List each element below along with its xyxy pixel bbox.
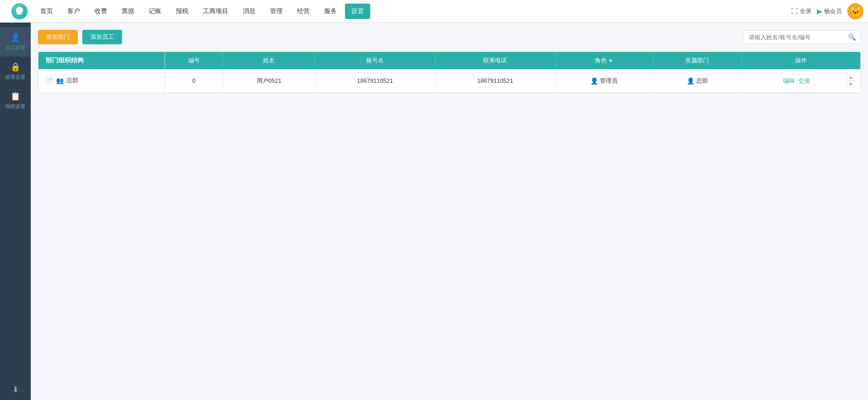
nav-item-工商项目[interactable]: 工商项目	[197, 4, 235, 19]
search-box: 🔍	[744, 30, 861, 44]
col-name: 姓名	[223, 52, 315, 69]
sidebar-download-button[interactable]: ⬇	[0, 379, 31, 400]
nav-item-收费[interactable]: 收费	[88, 4, 113, 19]
search-input[interactable]	[744, 31, 844, 43]
cell-action: 编辑 交接 ▲ ▼	[741, 69, 860, 93]
tax-icon: 📋	[10, 91, 20, 101]
table-header-row: 编号 姓名 账号名 联系电话 角色 ▼ 所属部门 操作	[165, 52, 860, 69]
employee-table: 编号 姓名 账号名 联系电话 角色 ▼ 所属部门 操作 0	[165, 52, 860, 93]
lock-icon: 🔒	[10, 62, 20, 72]
cell-dept: 👤 总部	[653, 69, 741, 93]
nav-right: ⛶ 全屏 ▶ 畅会员 🐱	[791, 3, 863, 19]
sidebar: 👤 员工设置 🔒 权限设置 📋 报税设置 ⬇	[0, 23, 31, 400]
left-panel: 部门组织结构 📄 👥 总部	[38, 52, 165, 93]
role-label: 管理员	[600, 77, 618, 85]
transfer-link[interactable]: 交接	[798, 77, 810, 85]
content-area: 部门组织结构 📄 👥 总部 编号 姓名 账号名 联系电话	[38, 52, 861, 93]
dept-icon: 📄	[46, 77, 53, 84]
toolbar: 添加部门 添加员工 🔍	[38, 30, 861, 44]
col-id: 编号	[165, 52, 223, 69]
download-icon: ⬇	[12, 385, 19, 395]
col-phone: 联系电话	[435, 52, 555, 69]
table-row: 0 用户0521 18679110521 18679110521 👤 管理员	[165, 69, 860, 93]
right-panel: 编号 姓名 账号名 联系电话 角色 ▼ 所属部门 操作 0	[165, 52, 860, 93]
nav-item-设置[interactable]: 设置	[345, 4, 370, 19]
cell-name: 用户0521	[223, 69, 315, 93]
nav-item-消息[interactable]: 消息	[236, 4, 262, 19]
scroll-up-button[interactable]: ▲	[847, 74, 855, 81]
panel-header: 部门组织结构	[38, 52, 165, 69]
cell-phone: 18679110521	[435, 69, 555, 93]
table-body: 0 用户0521 18679110521 18679110521 👤 管理员	[165, 69, 860, 93]
sidebar-item-employee[interactable]: 👤 员工设置	[0, 27, 31, 56]
add-dept-button[interactable]: 添加部门	[38, 30, 78, 44]
tree-item-headquarters[interactable]: 📄 👥 总部	[46, 75, 157, 86]
nav-item-经营[interactable]: 经营	[291, 4, 316, 19]
dept-person-icon: 👤	[687, 77, 694, 85]
sidebar-item-permission[interactable]: 🔒 权限设置	[0, 56, 31, 86]
col-account: 账号名	[315, 52, 435, 69]
dept-label: 总部	[66, 76, 78, 85]
logo-icon	[11, 3, 28, 19]
employee-icon: 👤	[10, 33, 20, 42]
fullscreen-button[interactable]: ⛶ 全屏	[791, 7, 811, 15]
edit-link[interactable]: 编辑	[783, 77, 795, 85]
dept-value: 总部	[696, 77, 708, 85]
nav-item-客户[interactable]: 客户	[61, 4, 86, 19]
avatar[interactable]: 🐱	[847, 3, 863, 19]
role-filter-icon: ▼	[609, 58, 613, 63]
top-nav: 首页客户收费票据记账报税工商项目消息管理经营服务设置 ⛶ 全屏 ▶ 畅会员 🐱	[0, 0, 868, 23]
cell-id: 0	[165, 69, 223, 93]
nav-item-首页[interactable]: 首页	[34, 4, 59, 19]
col-role[interactable]: 角色 ▼	[555, 52, 653, 69]
add-employee-button[interactable]: 添加员工	[82, 30, 122, 44]
person-group-icon: 👥	[56, 77, 64, 84]
main-content: 添加部门 添加员工 🔍 部门组织结构 📄 👥 总部 编	[31, 23, 868, 400]
tree-area: 📄 👥 总部	[38, 69, 165, 92]
row-scroll-buttons: ▲ ▼	[846, 74, 855, 88]
sidebar-item-tax[interactable]: 📋 报税设置	[0, 86, 31, 115]
col-action: 操作	[741, 52, 860, 69]
nav-item-记账[interactable]: 记账	[142, 4, 168, 19]
search-button[interactable]: 🔍	[844, 31, 860, 43]
member-button[interactable]: ▶ 畅会员	[817, 7, 842, 15]
logo[interactable]	[5, 3, 34, 19]
role-person-icon: 👤	[590, 77, 598, 85]
cell-role: 👤 管理员	[555, 69, 653, 93]
nav-items: 首页客户收费票据记账报税工商项目消息管理经营服务设置	[34, 4, 791, 19]
nav-item-服务[interactable]: 服务	[318, 4, 343, 19]
nav-item-票据[interactable]: 票据	[115, 4, 141, 19]
col-dept: 所属部门	[653, 52, 741, 69]
nav-item-管理[interactable]: 管理	[264, 4, 289, 19]
nav-item-报税[interactable]: 报税	[170, 4, 195, 19]
scroll-down-button[interactable]: ▼	[847, 81, 855, 88]
cell-account: 18679110521	[315, 69, 435, 93]
